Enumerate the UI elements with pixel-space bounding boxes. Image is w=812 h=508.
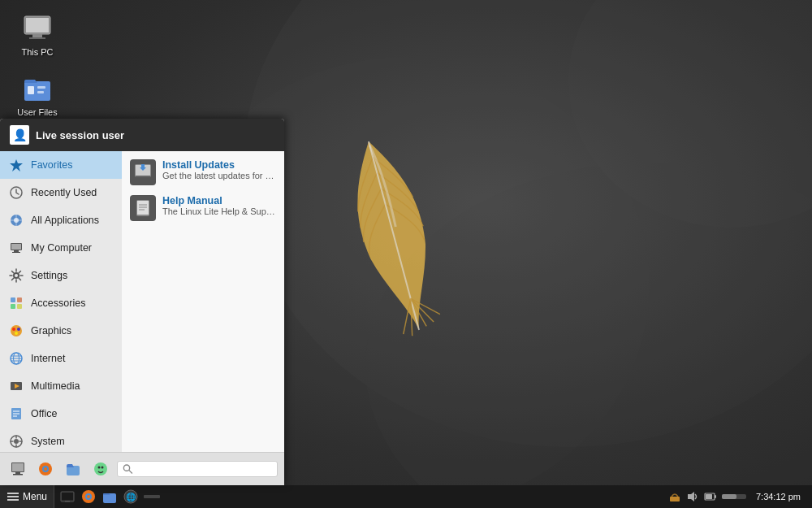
svg-rect-10 — [37, 86, 45, 89]
svg-rect-90 — [706, 494, 712, 499]
menu-item-office[interactable]: Office — [0, 400, 122, 428]
menu-button-label: Menu — [23, 491, 47, 502]
menu-item-internet[interactable]: Internet — [0, 345, 122, 372]
svg-rect-34 — [17, 304, 22, 309]
svg-rect-9 — [28, 86, 34, 94]
svg-rect-11 — [37, 91, 44, 93]
menu-item-settings[interactable]: Settings — [0, 262, 122, 289]
office-label: Office — [31, 408, 57, 419]
svg-rect-5 — [26, 18, 49, 33]
taskbar-app-0[interactable] — [58, 487, 77, 506]
help-manual-desc: The Linux Lite Help & Support M... — [162, 206, 276, 216]
help-manual-icon — [130, 195, 156, 221]
office-icon — [8, 406, 24, 422]
settings-label: Settings — [31, 270, 67, 281]
menu-button[interactable]: Menu — [0, 485, 54, 508]
taskbar-app-2[interactable] — [100, 487, 119, 506]
menu-body: Favorites Recently Used — [0, 151, 284, 452]
taskbar: Menu — [0, 485, 812, 508]
menu-header: 👤 Live session user — [0, 119, 284, 151]
svg-point-38 — [15, 332, 18, 335]
svg-point-72 — [123, 465, 129, 471]
start-menu: 👤 Live session user Favorites — [0, 119, 284, 485]
user-files-icon — [21, 72, 54, 104]
sound-icon — [686, 490, 699, 503]
svg-rect-75 — [7, 496, 19, 497]
favorites-icon — [8, 157, 24, 173]
search-icon — [123, 463, 133, 475]
svg-rect-55 — [136, 176, 150, 177]
taskbar-tray: 7:34:12 pm — [662, 490, 812, 503]
favorites-label: Favorites — [31, 159, 72, 171]
svg-marker-87 — [688, 492, 694, 501]
menu-item-my-computer[interactable]: My Computer — [0, 234, 122, 262]
svg-point-82 — [87, 495, 90, 498]
desktop-icon-this-pc[interactable]: This PC — [8, 8, 67, 60]
svg-rect-86 — [670, 497, 680, 501]
menu-left-panel: Favorites Recently Used — [0, 151, 122, 452]
accessories-label: Accessories — [31, 297, 85, 309]
install-updates-icon — [130, 159, 156, 185]
graphics-icon — [8, 323, 24, 339]
internet-label: Internet — [31, 353, 65, 364]
my-computer-label: My Computer — [31, 242, 92, 254]
svg-rect-63 — [15, 472, 20, 474]
menu-item-accessories[interactable]: Accessories — [0, 289, 122, 317]
svg-rect-28 — [14, 250, 19, 252]
help-manual-title: Help Manual — [162, 195, 276, 206]
menu-item-graphics[interactable]: Graphics — [0, 317, 122, 345]
multimedia-icon — [8, 378, 24, 394]
feather-decoration — [341, 122, 447, 353]
svg-rect-62 — [12, 463, 24, 471]
svg-rect-6 — [32, 34, 42, 37]
svg-point-71 — [102, 467, 104, 469]
svg-line-73 — [129, 470, 132, 473]
user-avatar: 👤 — [10, 125, 29, 145]
menu-item-multimedia[interactable]: Multimedia — [0, 372, 122, 400]
multimedia-label: Multimedia — [31, 380, 80, 392]
this-pc-label: This PC — [21, 47, 53, 57]
svg-point-36 — [12, 328, 15, 331]
system-icon — [8, 433, 24, 449]
svg-rect-76 — [7, 499, 19, 501]
svg-point-69 — [94, 462, 107, 475]
taskbar-separator — [144, 495, 160, 498]
taskbar-app-3[interactable]: 🌐 — [121, 487, 140, 506]
taskbar-app-1[interactable] — [79, 487, 98, 506]
system-label: System — [31, 436, 65, 447]
recently-used-icon — [8, 185, 24, 201]
svg-point-30 — [14, 273, 19, 278]
all-apps-icon — [8, 212, 24, 228]
menu-item-all-applications[interactable]: All Applications — [0, 206, 122, 234]
search-input[interactable] — [136, 463, 272, 475]
install-updates-desc: Get the latest updates for your co... — [162, 171, 276, 180]
footer-icon-1[interactable] — [34, 458, 57, 480]
svg-rect-78 — [62, 493, 73, 500]
feather-icon — [341, 122, 447, 350]
my-computer-icon — [8, 240, 24, 256]
menu-right-help-manual[interactable]: Help Manual The Linux Lite Help & Suppor… — [122, 190, 284, 226]
menu-item-system[interactable]: System — [0, 428, 122, 452]
svg-rect-89 — [715, 495, 716, 498]
svg-rect-32 — [17, 297, 22, 302]
menu-item-favorites[interactable]: Favorites — [0, 151, 122, 179]
footer-icon-3[interactable] — [89, 458, 112, 480]
svg-marker-20 — [10, 159, 23, 172]
help-manual-text: Help Manual The Linux Lite Help & Suppor… — [162, 195, 276, 216]
install-updates-title: Install Updates — [162, 159, 276, 171]
menu-search-box[interactable] — [117, 461, 278, 477]
install-updates-text: Install Updates Get the latest updates f… — [162, 159, 276, 180]
desktop: This PC User Files — [0, 0, 812, 508]
footer-icon-0[interactable] — [6, 458, 29, 480]
taskbar-apps: 🌐 — [54, 487, 662, 506]
menu-item-recently-used[interactable]: Recently Used — [0, 179, 122, 206]
menu-right-install-updates[interactable]: Install Updates Get the latest updates f… — [122, 154, 284, 190]
svg-rect-7 — [29, 37, 45, 39]
desktop-icon-user-files[interactable]: User Files — [8, 68, 67, 120]
svg-rect-74 — [7, 493, 19, 494]
svg-rect-33 — [11, 304, 15, 309]
svg-point-67 — [44, 467, 47, 471]
internet-icon — [8, 350, 24, 367]
footer-icon-2[interactable] — [62, 458, 84, 480]
network-icon — [668, 490, 681, 503]
